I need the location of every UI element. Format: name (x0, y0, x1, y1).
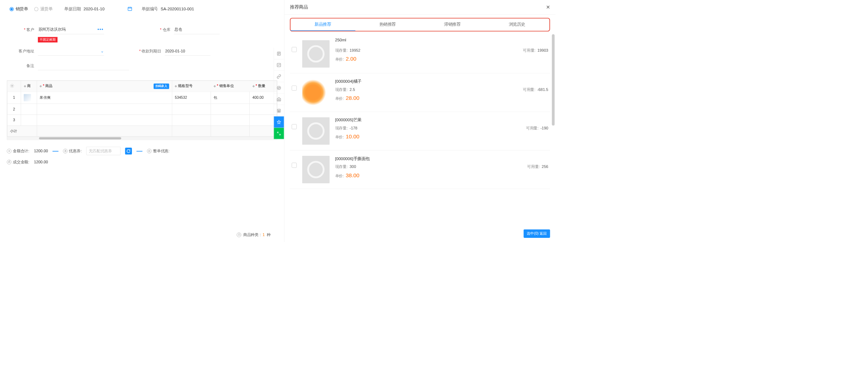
due-date-field[interactable]: 收款到期日 2020-01-10 (136, 47, 210, 56)
col-unit[interactable]: ◆* 销售单位 (211, 81, 250, 92)
toolbar-favorite-icon[interactable] (274, 116, 284, 128)
recommend-panel: 推荐商品 ✕ 新品推荐 热销推荐 滞销推荐 浏览历史 250ml现存量:1995… (284, 0, 556, 242)
cell-goods[interactable] (37, 104, 172, 115)
col-qty[interactable]: ◆* 数量 (250, 81, 277, 92)
form-fields: 客户 苏州万达沃尔玛 ••• 仓库 总仓 不固定账期 客 (7, 21, 277, 78)
col-goods[interactable]: ◆* 商品扫码录入 (37, 81, 172, 92)
toolbar-warehouse-icon[interactable] (274, 93, 284, 105)
cell-thumb (21, 92, 37, 104)
stock-value: 19952 (349, 48, 360, 52)
coupon-input[interactable]: 无匹配优惠券 (86, 147, 121, 155)
tab-new-recommend[interactable]: 新品推荐 (291, 19, 355, 31)
scan-input-badge[interactable]: 扫码录入 (154, 83, 169, 89)
deal-icon: 成 (7, 160, 11, 164)
cell-goods[interactable]: 果倍爽 (37, 92, 172, 104)
product-row[interactable]: 250ml现存量:19952可用量:19903单价:2.00 (290, 35, 550, 73)
selected-return-button[interactable]: 选中(0) 返回 (524, 229, 550, 238)
remark-field[interactable]: 备注 (9, 61, 129, 71)
price-label: 单价: (335, 57, 344, 62)
horizontal-scrollbar[interactable] (7, 137, 277, 140)
field-value: SA-20200110-001 (161, 7, 202, 11)
field-label: 客户地址 (9, 48, 34, 54)
table-row[interactable]: 3 (7, 115, 277, 126)
product-checkbox[interactable] (292, 163, 297, 168)
cell-unit[interactable]: 包 (211, 92, 250, 104)
goods-kind-icon: 品 (237, 233, 241, 237)
avail-label: 可用量: (523, 87, 536, 92)
doc-number-field: 单据编号 SA-20200110-001 (142, 6, 202, 12)
radio-icon (34, 7, 39, 11)
product-checkbox[interactable] (292, 124, 297, 129)
toolbar-expand-icon[interactable] (274, 128, 284, 139)
product-checkbox[interactable] (292, 47, 297, 52)
toolbar-swap-icon[interactable] (274, 82, 284, 93)
cell-qty[interactable]: 400.00 (250, 92, 277, 104)
field-value: 苏州万达沃尔玛 (39, 27, 66, 32)
main-form-area: 销货单 退货单 单据日期 2020-01-10 单据编号 SA-20200110… (0, 0, 284, 242)
table-row[interactable]: 1果倍爽534532包400.00 (7, 92, 277, 104)
cell-spec[interactable] (172, 104, 211, 115)
ellipsis-icon[interactable]: ••• (97, 27, 103, 32)
col-goods-short[interactable]: ◆商 (21, 81, 37, 92)
panel-title: 推荐商品 (290, 4, 308, 10)
refresh-coupon-button[interactable] (125, 148, 132, 154)
deal-amount-value: 1200.00 (34, 160, 48, 164)
price-label: 单价: (335, 135, 344, 139)
minus-icon: — (52, 147, 58, 154)
tab-label: 退货单 (40, 6, 53, 12)
toolbar-currency-icon[interactable] (274, 105, 284, 116)
ticket-icon: 券 (63, 149, 68, 153)
coupon-label: 券优惠券: (63, 148, 82, 154)
price-value: 10.00 (346, 133, 359, 139)
address-field[interactable]: 客户地址 ⌄ (9, 47, 104, 56)
product-row[interactable]: [0000005]芒果现存量:-178可用量:-190单价:10.00 (290, 112, 550, 150)
stock-label: 现存量: (335, 87, 348, 92)
price-value: 2.00 (346, 56, 356, 62)
product-thumbnail (302, 117, 330, 145)
row-number: 2 (7, 104, 21, 115)
doc-date-field[interactable]: 单据日期 2020-01-10 (64, 6, 132, 12)
calendar-icon[interactable] (127, 6, 132, 12)
grid-settings-header[interactable] (7, 81, 21, 92)
avail-value: -681.5 (537, 87, 548, 92)
product-checkbox[interactable] (292, 86, 297, 91)
minus-icon: — (137, 147, 143, 154)
toolbar-chart-icon[interactable] (274, 59, 284, 71)
cell-qty[interactable] (250, 104, 277, 115)
cell-spec[interactable]: 534532 (172, 92, 211, 104)
field-label: 单据日期 (64, 6, 81, 12)
yen-icon: ¥ (7, 149, 11, 153)
tab-slow-recommend[interactable]: 滞销推荐 (420, 19, 485, 31)
toolbar-link-icon[interactable] (274, 71, 284, 82)
tab-return-order[interactable]: 退货单 (34, 6, 52, 12)
cell-spec[interactable] (172, 115, 211, 126)
product-thumbnail (302, 156, 330, 183)
vertical-scrollbar[interactable] (552, 34, 555, 126)
cell-qty[interactable] (250, 115, 277, 126)
avail-value: 19903 (537, 48, 548, 52)
product-row[interactable]: [0000006]手撕面包现存量:300可用量:256单价:38.00 (290, 150, 550, 189)
tab-browse-history[interactable]: 浏览历史 (485, 19, 549, 31)
col-spec[interactable]: ◆规格型号 (172, 81, 211, 92)
warehouse-field[interactable]: 仓库 总仓 (145, 25, 220, 34)
product-row[interactable]: [0000004]橘子现存量:2.5可用量:-681.5单价:28.00 (290, 73, 550, 112)
toolbar-notes-icon[interactable] (274, 48, 284, 59)
field-label: 仓库 (145, 27, 170, 32)
table-row[interactable]: 2 (7, 104, 277, 115)
cell-unit[interactable] (211, 104, 250, 115)
price-label: 单价: (335, 174, 344, 178)
field-label: 单据编号 (142, 6, 158, 12)
stock-value: 300 (349, 164, 356, 169)
amount-total-value: 1200.00 (34, 149, 48, 153)
stock-value: 2.5 (349, 87, 355, 92)
subtotal-row: 小计 (7, 126, 277, 137)
cell-unit[interactable] (211, 115, 250, 126)
tab-sales-order[interactable]: 销货单 (10, 6, 28, 12)
product-list[interactable]: 250ml现存量:19952可用量:19903单价:2.00[0000004]橘… (284, 35, 555, 242)
tab-hot-recommend[interactable]: 热销推荐 (355, 19, 420, 31)
customer-field[interactable]: 客户 苏州万达沃尔玛 ••• (9, 25, 104, 34)
field-value: 2020-01-10 (165, 49, 185, 53)
chevron-down-icon[interactable]: ⌄ (101, 48, 104, 53)
close-icon[interactable]: ✕ (546, 4, 550, 10)
cell-goods[interactable] (37, 115, 172, 126)
